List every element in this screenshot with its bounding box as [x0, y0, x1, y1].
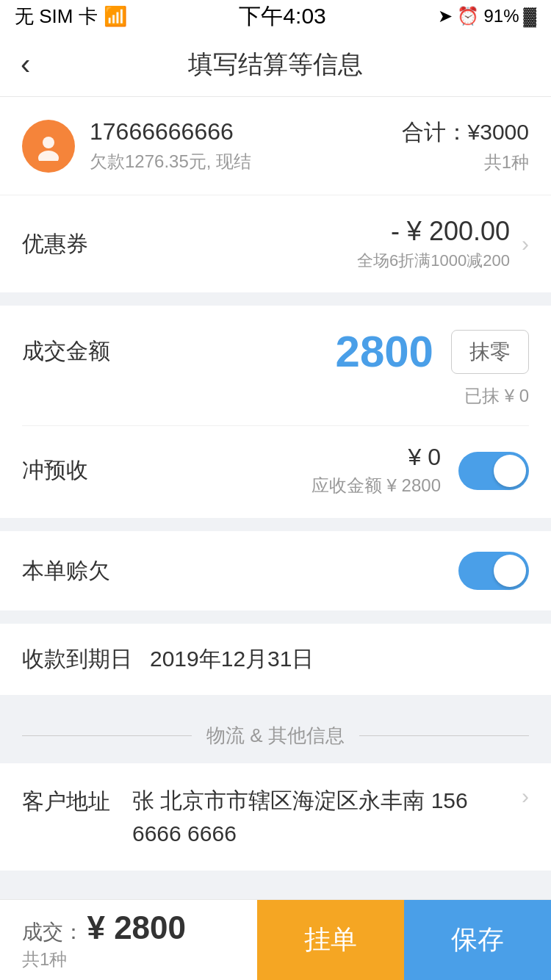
customer-info: 17666666666 欠款1276.35元, 现结 — [90, 118, 251, 173]
deal-amount-value: 2800 — [336, 326, 433, 377]
bottom-bar: 成交： ¥ 2800 共1种 挂单 保存 — [0, 899, 551, 980]
bottom-info: 成交： ¥ 2800 共1种 — [0, 909, 257, 971]
address-chevron-right-icon: › — [522, 784, 529, 809]
divider-line-right — [359, 735, 529, 736]
address-section: 客户地址 张 北京市市辖区海淀区永丰南 156 6666 6666 › — [0, 763, 551, 871]
duedate-section: 收款到期日 2019年12月31日 — [0, 624, 551, 695]
section-divider: 物流 & 其他信息 — [0, 708, 551, 763]
chevron-right-icon: › — [522, 231, 529, 256]
prepay-amount: ¥ 0 — [311, 444, 441, 471]
deal-label: 成交金额 — [22, 336, 110, 367]
coupon-right: - ¥ 200.00 全场6折满1000减200 › — [357, 216, 529, 272]
deal-section: 成交金额 2800 抹零 已抹 ¥ 0 冲预收 ¥ 0 应收金额 ¥ 2800 — [0, 306, 551, 518]
bottom-deal-row: 成交： ¥ 2800 — [22, 909, 235, 946]
battery-percent: 91% — [483, 6, 519, 26]
duedate-row: 收款到期日 2019年12月31日 — [22, 644, 529, 674]
wifi-icon: 📶 — [104, 5, 127, 28]
credit-label: 本单赊欠 — [22, 556, 110, 586]
nav-bar: ‹ 填写结算等信息 — [0, 32, 551, 97]
save-button[interactable]: 保存 — [404, 900, 551, 981]
svg-point-0 — [43, 137, 54, 148]
status-left: 无 SIM 卡 📶 — [15, 4, 127, 29]
prepay-toggle[interactable] — [458, 452, 529, 490]
coupon-amount: - ¥ 200.00 — [357, 216, 510, 247]
bottom-amount: ¥ 2800 — [87, 909, 186, 945]
duedate-value: 2019年12月31日 — [150, 644, 314, 674]
deal-amount-row: 成交金额 2800 抹零 — [22, 326, 529, 377]
status-bar: 无 SIM 卡 📶 下午4:03 ➤ ⏰ 91% ▓ — [0, 0, 551, 32]
deal-right: 2800 抹零 — [336, 326, 529, 377]
coupon-desc: 全场6折满1000减200 — [357, 250, 510, 272]
prepay-right: ¥ 0 应收金额 ¥ 2800 — [311, 444, 529, 497]
customer-right: 合计：¥3000 共1种 — [402, 118, 529, 174]
address-row[interactable]: 客户地址 张 北京市市辖区海淀区永丰南 156 6666 6666 › — [22, 784, 529, 850]
credit-section: 本单赊欠 — [0, 531, 551, 610]
bottom-count: 共1种 — [22, 948, 235, 971]
battery-icon: ▓ — [523, 6, 536, 26]
avatar — [22, 120, 75, 173]
coupon-label: 优惠券 — [22, 229, 88, 259]
total-count: 共1种 — [402, 151, 529, 174]
address-value: 张 北京市市辖区海淀区永丰南 156 6666 6666 — [132, 784, 522, 850]
bottom-deal-label: 成交： — [22, 920, 84, 943]
customer-debt: 欠款1276.35元, 现结 — [90, 150, 251, 173]
deal-sub-text: 已抹 ¥ 0 — [22, 384, 529, 408]
divider-text: 物流 & 其他信息 — [206, 723, 345, 749]
credit-row: 本单赊欠 — [22, 552, 529, 590]
svg-point-1 — [38, 151, 59, 161]
coupon-discount: - ¥ 200.00 全场6折满1000减200 — [357, 216, 510, 272]
main-content: 17666666666 欠款1276.35元, 现结 合计：¥3000 共1种 … — [0, 97, 551, 980]
customer-phone: 17666666666 — [90, 118, 251, 145]
hold-button[interactable]: 挂单 — [257, 900, 404, 981]
round-button[interactable]: 抹零 — [451, 330, 529, 374]
prepay-label: 冲预收 — [22, 455, 88, 486]
status-time: 下午4:03 — [239, 1, 325, 32]
divider-line-left — [22, 735, 192, 736]
alarm-icon: ⏰ — [457, 6, 479, 26]
prepay-values: ¥ 0 应收金额 ¥ 2800 — [311, 444, 441, 497]
page-title: 填写结算等信息 — [188, 48, 363, 82]
location-icon: ➤ — [438, 6, 453, 26]
duedate-label: 收款到期日 — [22, 644, 132, 674]
coupon-row[interactable]: 优惠券 - ¥ 200.00 全场6折满1000减200 › — [0, 195, 551, 292]
customer-row: 17666666666 欠款1276.35元, 现结 合计：¥3000 共1种 — [0, 97, 551, 195]
back-button[interactable]: ‹ — [21, 48, 30, 81]
prepay-row: 冲预收 ¥ 0 应收金额 ¥ 2800 — [22, 425, 529, 497]
address-label: 客户地址 — [22, 784, 110, 817]
credit-toggle[interactable] — [458, 552, 529, 590]
status-right: ➤ ⏰ 91% ▓ — [438, 6, 536, 26]
prepay-sub: 应收金额 ¥ 2800 — [311, 474, 441, 497]
customer-card: 17666666666 欠款1276.35元, 现结 合计：¥3000 共1种 … — [0, 97, 551, 292]
sim-text: 无 SIM 卡 — [15, 4, 98, 29]
customer-left: 17666666666 欠款1276.35元, 现结 — [22, 118, 251, 173]
total-value: 合计：¥3000 — [402, 118, 529, 148]
